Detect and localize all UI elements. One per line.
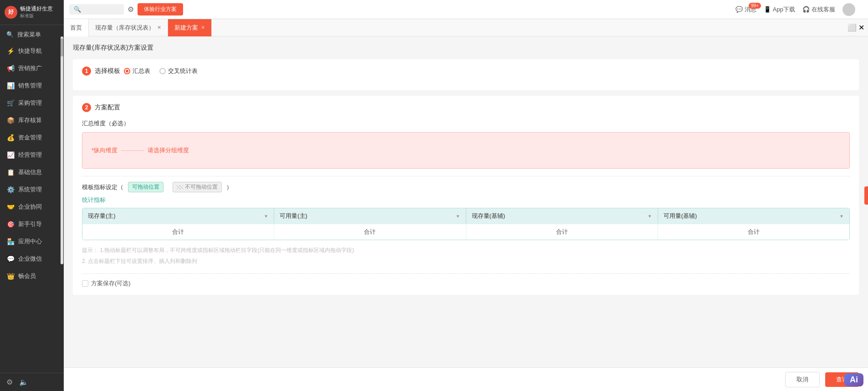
sidebar-item-quick-nav[interactable]: ⚡ 快捷导航 — [0, 42, 64, 60]
sidebar-item-search[interactable]: 🔍 搜索菜单 — [0, 27, 64, 42]
col-3-chevron-icon[interactable]: ▼ — [648, 214, 652, 219]
maximize-icon[interactable]: ⬜ — [848, 23, 857, 32]
service-label: 在线客服 — [812, 5, 835, 14]
sidebar-search-label: 搜索菜单 — [17, 31, 41, 39]
sidebar-item-business[interactable]: 📈 经营管理 — [0, 146, 64, 164]
stats-col-4[interactable]: 可用量(基辅) ▼ — [658, 208, 849, 224]
logo-area: 好 畅捷通好生意 标准版 — [0, 0, 64, 25]
sales-icon: 📊 — [6, 82, 15, 89]
app-name: 畅捷通好生意 — [20, 5, 53, 13]
sidebar-item-app-center[interactable]: 🏪 应用中心 — [0, 233, 64, 250]
trial-btn[interactable]: 体验行业方案 — [138, 3, 183, 15]
business-icon: 📈 — [6, 151, 15, 159]
purchase-icon: 🛒 — [6, 99, 15, 107]
col-4-chevron-icon[interactable]: ▼ — [839, 214, 844, 219]
app-download-btn[interactable]: 📱 App下载 — [764, 5, 795, 14]
sidebar-item-newbie[interactable]: 🎯 新手引导 — [0, 216, 64, 233]
sidebar-item-marketing[interactable]: 📢 营销推广 — [0, 60, 64, 77]
sidebar-item-label: 采购管理 — [18, 99, 42, 107]
col-2-chevron-icon[interactable]: ▼ — [456, 214, 460, 219]
stats-table: 现存量(主) ▼ 可用量(主) ▼ 现存量(基辅) ▼ — [82, 208, 850, 240]
ai-watermark[interactable]: Ai — [844, 373, 863, 386]
topbar-search-box[interactable]: 🔍 — [69, 4, 124, 15]
stats-col-3[interactable]: 现存量(基辅) ▼ — [466, 208, 658, 224]
volume-icon[interactable]: 🔈 — [19, 378, 28, 386]
tab-inventory[interactable]: 现存量（库存状况表） ✕ — [89, 19, 168, 36]
stats-col-4-label: 可用量(基辅) — [664, 212, 697, 220]
dimension-placeholder: *纵向维度 请选择分组维度 — [92, 146, 189, 154]
step1-badge: 1 — [82, 67, 91, 76]
content-area: 现存量(库存状况表)方案设置 1 选择模板 汇总表 交叉统计表 — [64, 36, 868, 367]
headset-icon: 🎧 — [802, 6, 810, 13]
sidebar-item-base[interactable]: 📋 基础信息 — [0, 164, 64, 181]
main-area: 🔍 ⚙ 体验行业方案 💬 消息 99+ 📱 App下载 🎧 在线客服 — [64, 0, 868, 391]
stats-col-2[interactable]: 可用量(主) ▼ — [274, 208, 466, 224]
stats-section: 统计指标 现存量(主) ▼ 可用量(主) ▼ — [82, 196, 850, 240]
save-option[interactable]: 方案保存(可选) — [82, 279, 850, 288]
step2-title: 方案配置 — [95, 103, 120, 112]
system-icon: ⚙️ — [6, 186, 15, 193]
sidebar-item-sales[interactable]: 📊 销售管理 — [0, 77, 64, 94]
settings-icon[interactable]: ⚙ — [6, 378, 13, 386]
stats-col-1[interactable]: 现存量(主) ▼ — [82, 208, 274, 224]
user-avatar[interactable] — [842, 3, 855, 16]
sidebar-item-finance[interactable]: 💰 资金管理 — [0, 129, 64, 146]
service-btn[interactable]: 🎧 在线客服 — [802, 5, 835, 14]
stats-section-label: 统计指标 — [82, 196, 850, 204]
tab-new-plan-close-icon[interactable]: ✕ — [201, 25, 205, 31]
inventory-icon: 📦 — [6, 117, 15, 124]
radio-cross-label: 交叉统计表 — [168, 67, 198, 75]
sidebar-item-label: 销售管理 — [18, 82, 42, 90]
radio-cross-dot — [159, 68, 166, 74]
sidebar-item-purchase[interactable]: 🛒 采购管理 — [0, 94, 64, 112]
stats-table-header: 现存量(主) ▼ 可用量(主) ▼ 现存量(基辅) ▼ — [82, 208, 849, 224]
message-btn[interactable]: 💬 消息 99+ — [735, 5, 756, 14]
sidebar-item-vip[interactable]: 👑 畅会员 — [0, 268, 64, 285]
stats-cell-2: 合计 — [274, 224, 466, 240]
app-download-label: App下载 — [773, 5, 795, 14]
sidebar-nav: 🔍 搜索菜单 ⚡ 快捷导航 📢 营销推广 📊 销售管理 🛒 采购管理 📦 库存核… — [0, 25, 64, 373]
tab-home-label: 首页 — [70, 24, 82, 32]
tag-fixed-label: 不可拖动位置 — [185, 183, 218, 191]
message-icon: 💬 — [735, 6, 743, 13]
cooperation-icon: 🤝 — [6, 203, 15, 211]
dim-required-label: *纵向维度 — [92, 146, 117, 154]
cancel-button[interactable]: 取消 — [785, 372, 820, 387]
sidebar-item-system[interactable]: ⚙️ 系统管理 — [0, 181, 64, 198]
sidebar-item-label: 系统管理 — [18, 185, 42, 194]
tab-new-plan[interactable]: 新建方案 ✕ — [168, 19, 212, 36]
sidebar-item-label: 企业微信 — [18, 255, 42, 263]
tab-new-plan-label: 新建方案 — [174, 24, 198, 32]
sidebar-scrollbar[interactable] — [61, 36, 63, 264]
dimension-area[interactable]: *纵向维度 请选择分组维度 — [82, 132, 850, 169]
topbar-left: 🔍 ⚙ 体验行业方案 — [69, 3, 731, 15]
col-1-chevron-icon[interactable]: ▼ — [264, 214, 268, 219]
save-checkbox[interactable] — [82, 280, 88, 287]
sidebar-item-label: 资金管理 — [18, 134, 42, 142]
sidebar-item-label: 新手引导 — [18, 220, 42, 228]
indicator-close: ） — [226, 183, 232, 191]
sidebar-item-cooperation[interactable]: 🤝 企业协同 — [0, 198, 64, 216]
marketing-icon: 📢 — [6, 65, 15, 72]
radio-summary[interactable]: 汇总表 — [124, 67, 150, 75]
radio-cross[interactable]: 交叉统计表 — [159, 67, 198, 75]
stats-col-2-label: 可用量(主) — [280, 212, 307, 220]
tab-inventory-close-icon[interactable]: ✕ — [157, 25, 161, 31]
indicator-settings: 模板指标设定（ 可拖动位置 不可拖动位置 ） 统计指标 现 — [82, 182, 850, 240]
tag-movable: 可拖动位置 — [128, 182, 163, 192]
close-tab-icon[interactable]: ✕ — [858, 23, 864, 32]
right-edge-indicator[interactable] — [864, 186, 868, 205]
step2-header: 2 方案配置 — [82, 103, 850, 112]
stats-table-row: 合计 合计 合计 合计 — [82, 224, 849, 240]
stats-col-1-label: 现存量(主) — [88, 212, 116, 220]
tabbar: 首页 现存量（库存状况表） ✕ 新建方案 ✕ ⬜ ✕ — [64, 19, 868, 36]
sidebar-item-label: 企业协同 — [18, 203, 42, 211]
tab-home[interactable]: 首页 — [64, 19, 89, 36]
bottombar: 取消 查询 — [64, 367, 868, 391]
sidebar-item-wechat[interactable]: 💬 企业微信 — [0, 250, 64, 268]
sidebar-item-inventory[interactable]: 📦 库存核算 — [0, 112, 64, 129]
radio-summary-dot — [124, 68, 130, 74]
settings-gear-icon[interactable]: ⚙ — [128, 5, 134, 14]
sidebar-scrollbar-thumb — [61, 38, 63, 57]
stats-cell-1: 合计 — [82, 224, 274, 240]
